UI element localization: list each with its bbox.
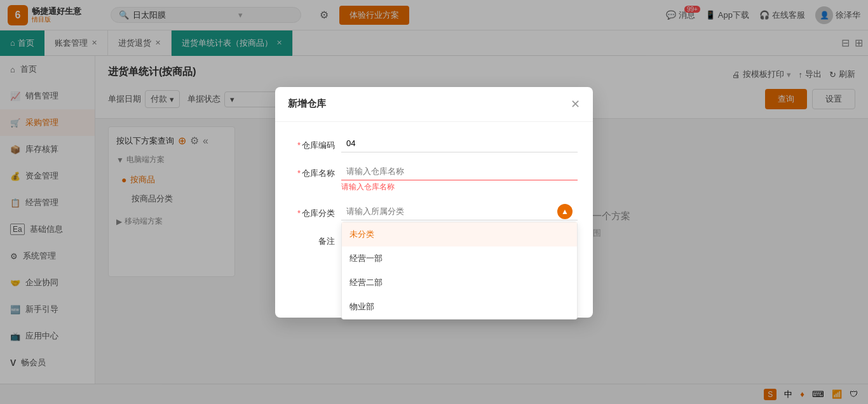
code-control [341, 135, 578, 152]
dialog-header: 新增仓库 ✕ [275, 87, 593, 122]
name-control: 请输入仓库名称 [341, 163, 578, 192]
category-label: 仓库分类 [290, 203, 341, 219]
add-warehouse-dialog: 新增仓库 ✕ 仓库编码 仓库名称 请输入仓库名称 仓库分类 [275, 87, 593, 318]
name-label: 仓库名称 [290, 163, 341, 179]
category-input[interactable] [341, 203, 578, 220]
dialog-body: 仓库编码 仓库名称 请输入仓库名称 仓库分类 ▲ [275, 122, 593, 276]
dropdown-item-uncategorized[interactable]: 未分类 [342, 222, 577, 246]
category-dropdown-menu: 未分类 经营一部 经营二部 物业部 [341, 222, 578, 320]
dialog-close-button[interactable]: ✕ [571, 97, 580, 111]
dropdown-item-dept2[interactable]: 经营二部 [342, 271, 577, 295]
category-select-wrapper: ▲ [341, 203, 578, 220]
code-input[interactable] [341, 135, 578, 152]
category-dropdown-arrow[interactable]: ▲ [557, 204, 573, 219]
name-input[interactable] [341, 163, 578, 180]
dropdown-item-property[interactable]: 物业部 [342, 295, 577, 319]
warehouse-code-row: 仓库编码 [290, 135, 578, 152]
category-control: ▲ 未分类 经营一部 经营二部 物业部 [341, 203, 578, 220]
dialog-overlay: 新增仓库 ✕ 仓库编码 仓库名称 请输入仓库名称 仓库分类 [0, 0, 868, 404]
warehouse-category-row: 仓库分类 ▲ 未分类 经营一部 经营二部 物业部 [290, 203, 578, 220]
dropdown-item-dept1[interactable]: 经营一部 [342, 246, 577, 271]
note-label: 备注 [290, 231, 341, 247]
code-label: 仓库编码 [290, 135, 341, 151]
name-error-msg: 请输入仓库名称 [341, 182, 578, 192]
warehouse-name-row: 仓库名称 请输入仓库名称 [290, 163, 578, 192]
dialog-title: 新增仓库 [288, 98, 326, 110]
